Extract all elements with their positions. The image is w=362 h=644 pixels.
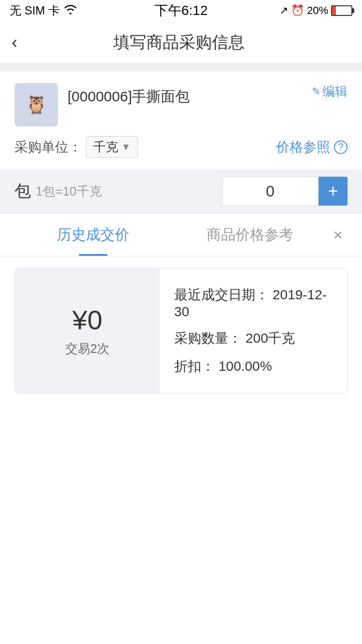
quantity-row: 包 1包=10千克 +: [14, 169, 348, 213]
product-image: 🦉: [14, 83, 58, 126]
recent-date-row: 最近成交日期： 2019-12-30: [174, 286, 333, 320]
discount-row: 折扣： 100.00%: [174, 357, 333, 376]
quantity-controls: +: [222, 177, 348, 206]
tabs-close-button[interactable]: ×: [328, 225, 348, 244]
bottom-area: [0, 405, 362, 644]
tab-history-label: 历史成交价: [57, 225, 129, 245]
page-title: 填写商品采购信息: [27, 31, 331, 54]
tabs-header: 历史成交价 商品价格参考 ×: [0, 214, 362, 256]
unit-select-button[interactable]: 千克 ▼: [86, 136, 138, 158]
quantity-section: 包 1包=10千克 +: [0, 169, 362, 213]
history-left: ¥0 交易2次: [15, 268, 160, 393]
quantity-detail-label: 采购数量：: [174, 331, 242, 346]
history-price: ¥0: [72, 304, 102, 336]
history-right: 最近成交日期： 2019-12-30 采购数量： 200千克 折扣： 100.0…: [160, 268, 347, 393]
edit-icon: ✎: [312, 85, 320, 98]
product-name-wrapper: [0000006]手撕面包: [68, 83, 190, 107]
tabs-section: 历史成交价 商品价格参考 × ¥0 交易2次 最近成交日期： 2019-12-3…: [0, 214, 362, 405]
alarm-icon: ⏰: [291, 4, 304, 17]
discount-value: 100.00%: [219, 359, 272, 374]
quantity-row-detail: 采购数量： 200千克: [174, 329, 333, 348]
edit-button[interactable]: ✎ 编辑: [312, 83, 348, 100]
carrier-text: 无 SIM 卡: [10, 3, 60, 18]
product-unit-row: 采购单位： 千克 ▼ 价格参照 ?: [14, 136, 348, 158]
help-icon: ?: [334, 140, 348, 154]
quantity-unit-info: 包 1包=10千克: [14, 180, 102, 202]
wifi-icon: [64, 4, 77, 17]
battery-percent: 20%: [307, 4, 328, 17]
tab-price-ref[interactable]: 商品价格参考: [171, 214, 328, 256]
product-header: 🦉 [0000006]手撕面包 ✎ 编辑: [14, 83, 348, 126]
unit-name: 包: [14, 180, 31, 202]
quantity-input[interactable]: [222, 177, 319, 206]
tab-history-price[interactable]: 历史成交价: [14, 214, 171, 256]
tab-price-ref-label: 商品价格参考: [207, 225, 293, 245]
quantity-detail-value: 200千克: [246, 331, 295, 346]
dropdown-arrow-icon: ▼: [121, 141, 131, 153]
unit-value: 千克: [93, 139, 118, 155]
nav-bar: ‹ 填写商品采购信息: [0, 21, 362, 64]
battery-icon: [331, 5, 352, 16]
discount-label: 折扣：: [174, 359, 215, 374]
product-info: 🦉 [0000006]手撕面包: [14, 83, 190, 126]
unit-info: 采购单位： 千克 ▼: [14, 136, 138, 158]
price-ref-label: 价格参照: [276, 138, 330, 156]
back-button[interactable]: ‹: [12, 32, 17, 53]
status-left: 无 SIM 卡: [10, 3, 77, 18]
product-card: 🦉 [0000006]手撕面包 ✎ 编辑 采购单位： 千克 ▼ 价格参照 ?: [0, 71, 362, 169]
unit-conversion: 1包=10千克: [36, 183, 102, 200]
quantity-plus-button[interactable]: +: [319, 177, 348, 206]
history-times: 交易2次: [65, 340, 110, 357]
history-content: ¥0 交易2次 最近成交日期： 2019-12-30 采购数量： 200千克 折…: [0, 256, 362, 405]
product-logo-icon: 🦉: [26, 95, 47, 115]
status-right: ↗ ⏰ 20%: [279, 4, 352, 17]
edit-label: 编辑: [322, 83, 348, 100]
status-bar: 无 SIM 卡 下午6:12 ↗ ⏰ 20%: [0, 0, 362, 21]
unit-label: 采购单位：: [14, 138, 82, 156]
product-name: [0000006]手撕面包: [68, 87, 190, 107]
status-time: 下午6:12: [154, 1, 208, 20]
history-card: ¥0 交易2次 最近成交日期： 2019-12-30 采购数量： 200千克 折…: [14, 268, 348, 393]
price-ref-button[interactable]: 价格参照 ?: [276, 138, 348, 156]
location-icon: ↗: [279, 4, 288, 17]
recent-date-label: 最近成交日期：: [174, 287, 269, 302]
